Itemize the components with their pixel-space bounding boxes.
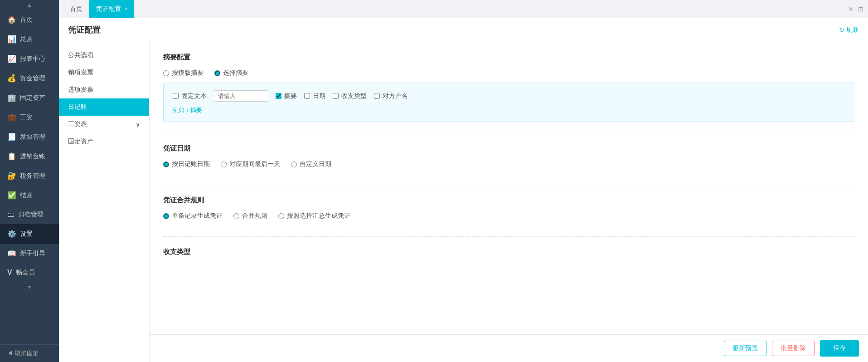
example-text: 例如：摘要 bbox=[173, 106, 845, 114]
batch-delete-button[interactable]: 批量删除 bbox=[772, 341, 815, 356]
cancel-fixed-label: ◀ 取消固定 bbox=[7, 349, 39, 357]
sidebar-item-invoice-label: 发票管理 bbox=[20, 133, 45, 141]
sidebar: ▲ 🏠 首页 📊 总账 📈 报表中心 💰 资金管理 🏢 固定资产 💼 工资 🧾 … bbox=[0, 0, 59, 362]
left-nav-fixed-assets[interactable]: 固定资产 bbox=[59, 133, 149, 150]
sidebar-item-invoice[interactable]: 🧾 发票管理 bbox=[0, 127, 59, 147]
date-option2[interactable]: 对应期间最后一天 bbox=[221, 160, 280, 168]
sidebar-item-archive[interactable]: 🗃 归档管理 bbox=[0, 205, 59, 224]
sidebar-item-finance-label: 资金管理 bbox=[20, 74, 45, 83]
sidebar-item-sales-ledger[interactable]: 📋 进销台账 bbox=[0, 147, 59, 166]
left-nav-sales-invoice[interactable]: 销项发票 bbox=[59, 64, 149, 81]
update-preview-button[interactable]: 更新预置 bbox=[724, 341, 766, 356]
left-nav-fixed-assets-label: 固定资产 bbox=[68, 137, 93, 146]
tab-close-icon[interactable]: × bbox=[125, 6, 128, 12]
date-title: 凭证日期 bbox=[163, 144, 854, 153]
merge-radio3[interactable] bbox=[278, 213, 284, 219]
sidebar-scroll-up[interactable]: ▲ bbox=[0, 0, 59, 10]
summary-section: 摘要配置 按模版摘要 选择摘要 bbox=[163, 53, 854, 133]
tab-window-controls: ✕ ⊡ bbox=[848, 5, 863, 13]
tab-home-label: 首页 bbox=[70, 5, 82, 13]
merge-radio1[interactable] bbox=[163, 213, 169, 219]
summary-option1-label: 按模版摘要 bbox=[172, 69, 204, 77]
merge-option3[interactable]: 按照选择汇总生成凭证 bbox=[278, 212, 350, 220]
date-section: 凭证日期 按日记账日期 对应期间最后一天 自定义日期 bbox=[163, 144, 854, 185]
ledger-icon: 📊 bbox=[7, 35, 16, 44]
summary-check-label: 摘要 bbox=[284, 92, 297, 100]
sidebar-item-settings[interactable]: ⚙️ 设置 bbox=[0, 224, 59, 244]
fixed-text-option[interactable]: 固定文本 bbox=[173, 92, 207, 100]
summary-option2-label: 选择摘要 bbox=[223, 69, 248, 77]
sidebar-cancel-fixed[interactable]: ◀ 取消固定 bbox=[0, 344, 59, 362]
merge-section: 凭证合并规则 单条记录生成凭证 合并规则 按照选择汇总生成凭证 bbox=[163, 196, 854, 237]
bottom-bar: 更新预置 批量删除 保存 bbox=[150, 334, 868, 362]
summary-option-row: 按模版摘要 选择摘要 bbox=[163, 69, 854, 77]
sidebar-scroll-down[interactable]: ▼ bbox=[0, 282, 59, 292]
summary-option2[interactable]: 选择摘要 bbox=[214, 69, 248, 77]
summary-option1[interactable]: 按模版摘要 bbox=[163, 69, 204, 77]
left-nav-payroll[interactable]: 工资表 ∨ bbox=[59, 116, 149, 133]
left-nav-public[interactable]: 公共选项 bbox=[59, 47, 149, 64]
income-type-checkbox[interactable] bbox=[333, 93, 339, 99]
sidebar-item-member[interactable]: V 畅会员 bbox=[0, 263, 59, 282]
right-content: 摘要配置 按模版摘要 选择摘要 bbox=[150, 42, 868, 334]
date-check-option[interactable]: 日期 bbox=[304, 92, 325, 100]
fixed-text-input[interactable] bbox=[214, 90, 268, 102]
left-nav-purchase-invoice[interactable]: 进项发票 bbox=[59, 81, 149, 98]
date-radio2[interactable] bbox=[221, 161, 227, 167]
date-option1[interactable]: 按日记账日期 bbox=[163, 160, 210, 168]
merge-option1[interactable]: 单条记录生成凭证 bbox=[163, 212, 223, 220]
sidebar-item-reports[interactable]: 📈 报表中心 bbox=[0, 49, 59, 68]
sidebar-item-ledger[interactable]: 📊 总账 bbox=[0, 29, 59, 49]
income-type-option[interactable]: 收支类型 bbox=[333, 92, 367, 100]
date-check-label: 日期 bbox=[313, 92, 325, 100]
left-nav-public-label: 公共选项 bbox=[68, 51, 93, 59]
fixed-text-checkbox[interactable] bbox=[173, 93, 179, 99]
summary-checkbox[interactable] bbox=[276, 93, 281, 99]
closing-icon: ✅ bbox=[7, 191, 16, 200]
sidebar-item-guide[interactable]: 📖 新手引导 bbox=[0, 244, 59, 263]
sidebar-item-salary-label: 工资 bbox=[20, 113, 33, 122]
date-option3[interactable]: 自定义日期 bbox=[291, 160, 331, 168]
sidebar-item-member-label: 畅会员 bbox=[16, 269, 35, 277]
summary-check-option[interactable]: 摘要 bbox=[276, 92, 297, 100]
date-checkbox[interactable] bbox=[304, 93, 310, 99]
date-radio3[interactable] bbox=[291, 161, 297, 167]
counterpart-checkbox[interactable] bbox=[374, 93, 380, 99]
refresh-label: 刷新 bbox=[846, 26, 859, 34]
refresh-button[interactable]: ↻ 刷新 bbox=[839, 26, 859, 34]
window-close-icon[interactable]: ✕ bbox=[848, 5, 853, 13]
tab-bar: 首页 凭证配置 × ✕ ⊡ bbox=[59, 0, 868, 18]
fixed-text-label: 固定文本 bbox=[181, 92, 207, 100]
sidebar-item-assets[interactable]: 🏢 固定资产 bbox=[0, 88, 59, 108]
left-nav: 公共选项 销项发票 进项发票 日记账 工资表 ∨ 固定资产 bbox=[59, 42, 150, 362]
left-nav-diary-label: 日记账 bbox=[68, 103, 87, 111]
window-restore-icon[interactable]: ⊡ bbox=[858, 5, 863, 13]
assets-icon: 🏢 bbox=[7, 93, 16, 102]
summary-radio2[interactable] bbox=[214, 70, 220, 76]
home-icon: 🏠 bbox=[7, 15, 16, 24]
guide-icon: 📖 bbox=[7, 249, 16, 258]
counterpart-option[interactable]: 对方户名 bbox=[374, 92, 408, 100]
sidebar-item-salary[interactable]: 💼 工资 bbox=[0, 108, 59, 127]
sidebar-item-closing[interactable]: ✅ 结账 bbox=[0, 186, 59, 205]
tab-voucher-config-label: 凭证配置 bbox=[96, 5, 121, 13]
left-nav-diary[interactable]: 日记账 bbox=[59, 98, 149, 116]
sidebar-item-finance[interactable]: 💰 资金管理 bbox=[0, 68, 59, 88]
sidebar-item-tax[interactable]: 🔐 税务管理 bbox=[0, 166, 59, 186]
tab-home[interactable]: 首页 bbox=[63, 0, 89, 18]
tab-voucher-config[interactable]: 凭证配置 × bbox=[89, 0, 135, 18]
summary-title: 摘要配置 bbox=[163, 53, 854, 62]
refresh-icon: ↻ bbox=[839, 26, 844, 34]
merge-radio2[interactable] bbox=[233, 213, 239, 219]
summary-config-box: 固定文本 摘要 日期 bbox=[163, 83, 854, 122]
date-radio1[interactable] bbox=[163, 161, 169, 167]
sidebar-item-tax-label: 税务管理 bbox=[20, 172, 45, 180]
invoice-icon: 🧾 bbox=[7, 132, 16, 141]
sidebar-item-home[interactable]: 🏠 首页 bbox=[0, 10, 59, 29]
summary-options-row: 固定文本 摘要 日期 bbox=[173, 90, 845, 102]
save-button[interactable]: 保存 bbox=[820, 340, 859, 357]
counterpart-label: 对方户名 bbox=[383, 92, 408, 100]
merge-option2[interactable]: 合并规则 bbox=[233, 212, 267, 220]
income-title: 收支类型 bbox=[163, 248, 854, 256]
summary-radio1[interactable] bbox=[163, 70, 169, 76]
